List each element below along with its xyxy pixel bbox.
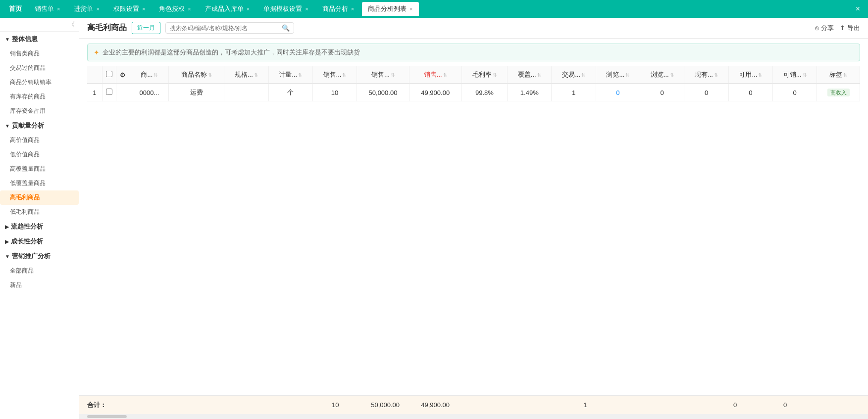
footer-cell-amount: 50,000.00 <box>360 401 410 409</box>
close-icon[interactable]: × <box>351 6 354 12</box>
nav-tab-permission[interactable]: 权限设置 × <box>107 2 151 16</box>
footer-cell-2 <box>160 401 210 409</box>
export-icon: ⬆ <box>840 24 845 32</box>
share-icon: ⎋ <box>815 24 819 32</box>
footer-label: 合计： <box>87 401 106 410</box>
info-icon: ✦ <box>94 48 100 56</box>
nav-tab-template[interactable]: 单据模板设置 × <box>257 2 314 16</box>
cell-trade: 1 <box>552 84 596 101</box>
col-coverage[interactable]: 覆盖...⇅ <box>508 66 552 84</box>
sidebar-collapse-btn[interactable]: 《 <box>0 18 79 32</box>
nav-tab-role[interactable]: 角色授权 × <box>153 2 197 16</box>
arrow-down-icon: ▼ <box>5 37 10 42</box>
col-browse2[interactable]: 浏览...⇅ <box>640 66 684 84</box>
export-button[interactable]: ⬆ 导出 <box>840 24 860 33</box>
col-browse1[interactable]: 浏览...⇅ <box>596 66 640 84</box>
nav-tab-analysis-list[interactable]: 商品分析列表 × <box>362 2 418 16</box>
share-button[interactable]: ⎋ 分享 <box>815 24 834 33</box>
col-sales-amount[interactable]: 销售...⇅ <box>357 66 409 84</box>
sidebar-item-stock-capital[interactable]: 库存资金占用 <box>0 104 79 118</box>
sidebar-item-new-goods[interactable]: 新品 <box>0 278 79 292</box>
close-icon[interactable]: × <box>305 6 308 12</box>
cell-spec <box>224 84 268 101</box>
sidebar-item-high-margin[interactable]: 高毛利商品 <box>0 190 79 205</box>
nav-tab-product-inbound[interactable]: 产成品入库单 × <box>199 2 255 16</box>
close-icon[interactable]: × <box>96 6 99 12</box>
scroll-thumb[interactable] <box>87 415 127 418</box>
cell-saleable: 0 <box>773 84 817 101</box>
info-banner: ✦ 企业的主要的利润都是这部分商品创造的，可考虑加大推广，同时关注库存是不要出现… <box>87 44 860 61</box>
top-nav: 首页 销售单 × 进货单 × 权限设置 × 角色授权 × 产成品入库单 × 单据… <box>0 0 868 18</box>
nav-tab-analysis[interactable]: 商品分析 × <box>316 2 360 16</box>
footer-cell-qty: 10 <box>310 401 360 409</box>
close-icon[interactable]: × <box>188 6 191 12</box>
footer-cell-cov <box>511 401 561 409</box>
cell-coverage: 1.49% <box>508 84 552 101</box>
col-unit[interactable]: 计量...⇅ <box>268 66 312 84</box>
sidebar-group-growth[interactable]: ▶ 成长性分析 <box>0 234 79 249</box>
search-input[interactable] <box>170 25 282 32</box>
col-tag[interactable]: 标签⇅ <box>817 66 860 84</box>
footer-cell-cost: 49,900.00 <box>410 401 460 409</box>
header-actions: ⎋ 分享 ⬆ 导出 <box>815 24 860 33</box>
footer-cell-b1 <box>610 401 660 409</box>
cell-check[interactable] <box>102 84 116 101</box>
col-available[interactable]: 可用...⇅ <box>728 66 772 84</box>
sidebar-group-trend[interactable]: ▶ 流趋性分析 <box>0 219 79 234</box>
cell-browse1[interactable]: 0 <box>596 84 640 101</box>
col-sales-qty[interactable]: 销售...⇅ <box>312 66 357 84</box>
close-icon[interactable]: × <box>57 6 60 12</box>
arrow-down-icon: ▼ <box>5 123 10 129</box>
close-icon[interactable]: × <box>409 6 412 12</box>
col-gross-margin[interactable]: 毛利率⇅ <box>461 66 508 84</box>
close-icon[interactable]: × <box>142 6 145 12</box>
sidebar-item-distribution-rate[interactable]: 商品分销助销率 <box>0 75 79 90</box>
cell-browse2: 0 <box>640 84 684 101</box>
sidebar-group-overall[interactable]: ▼ 整体信息 <box>0 32 79 47</box>
footer-cells: 10 50,000.00 49,900.00 1 0 0 <box>110 401 860 409</box>
col-trade[interactable]: 交易...⇅ <box>552 66 596 84</box>
search-icon[interactable]: 🔍 <box>282 24 290 32</box>
col-sales-cost[interactable]: 销售...⇅ <box>409 66 461 84</box>
arrow-right-icon: ▶ <box>5 239 9 244</box>
cell-sales-cost: 49,900.00 <box>409 84 461 101</box>
sidebar-item-in-stock-goods[interactable]: 有库存的商品 <box>0 90 79 104</box>
sidebar-group-marketing[interactable]: ▼ 营销推广分析 <box>0 249 79 264</box>
date-filter-button[interactable]: 近一月 <box>132 22 160 34</box>
sidebar-item-high-coverage[interactable]: 高覆盖量商品 <box>0 162 79 176</box>
cell-current: 0 <box>684 84 728 101</box>
search-box[interactable]: 🔍 <box>165 22 294 34</box>
col-setting[interactable]: ⚙ <box>116 66 130 84</box>
sidebar-item-high-value[interactable]: 高价值商品 <box>0 133 79 147</box>
nav-tab-sales[interactable]: 销售单 × <box>29 2 66 16</box>
footer-cell-b2 <box>660 401 710 409</box>
sidebar-item-low-coverage[interactable]: 低覆盖量商品 <box>0 176 79 190</box>
nav-home[interactable]: 首页 <box>4 2 27 15</box>
col-spec[interactable]: 规格...⇅ <box>224 66 268 84</box>
select-all-checkbox[interactable] <box>106 71 112 77</box>
sidebar-item-low-margin[interactable]: 低毛利商品 <box>0 205 79 219</box>
sidebar-item-all-goods[interactable]: 全部商品 <box>0 264 79 278</box>
row-checkbox[interactable] <box>106 89 112 95</box>
sidebar-item-traded-goods[interactable]: 交易过的商品 <box>0 61 79 75</box>
col-index <box>87 66 102 84</box>
sidebar-group-contribution[interactable]: ▼ 贡献量分析 <box>0 118 79 133</box>
col-current[interactable]: 现有...⇅ <box>684 66 728 84</box>
sidebar-item-low-value[interactable]: 低价值商品 <box>0 147 79 162</box>
footer-total: 合计： 10 50,000.00 49,900.00 1 0 0 <box>79 395 868 414</box>
sidebar: 《 ▼ 整体信息 销售类商品 交易过的商品 商品分销助销率 有库存的商品 库存资… <box>0 18 79 419</box>
cell-sales-amount: 50,000.00 <box>357 84 409 101</box>
col-code[interactable]: 商...⇅ <box>130 66 169 84</box>
col-check[interactable] <box>102 66 116 84</box>
data-table: ⚙ 商...⇅ 商品名称⇅ 规格...⇅ 计量...⇅ 销售...⇅ 销售...… <box>87 66 860 101</box>
close-icon[interactable]: × <box>247 6 250 12</box>
sidebar-item-sales-goods[interactable]: 销售类商品 <box>0 47 79 61</box>
horizontal-scrollbar[interactable] <box>79 414 868 419</box>
col-saleable[interactable]: 可销...⇅ <box>773 66 817 84</box>
close-all-tabs[interactable]: × <box>852 3 864 14</box>
arrow-right-icon: ▶ <box>5 224 9 230</box>
footer-cell-sale <box>810 401 860 409</box>
cell-name: 运费 <box>169 84 224 101</box>
nav-tab-purchase[interactable]: 进货单 × <box>68 2 105 16</box>
col-name[interactable]: 商品名称⇅ <box>169 66 224 84</box>
